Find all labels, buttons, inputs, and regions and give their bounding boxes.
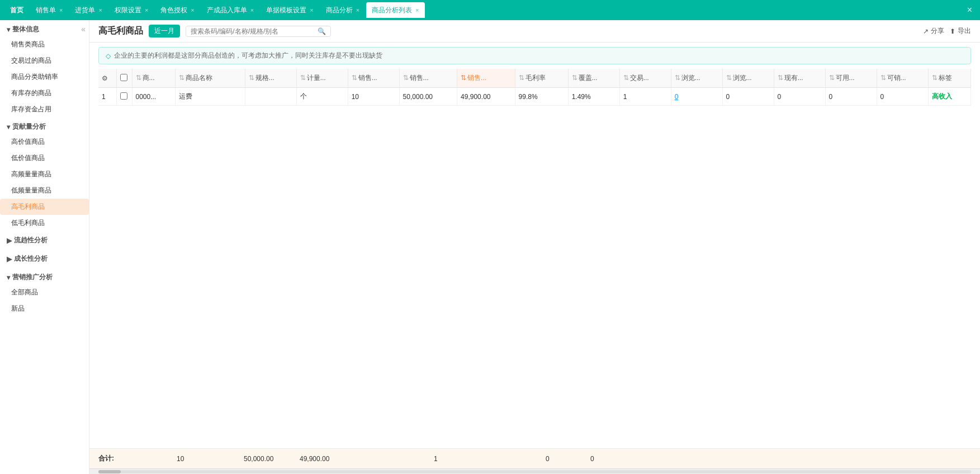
nav-tab-products[interactable]: 产成品入库单 × (201, 2, 259, 18)
sidebar-item-high-margin[interactable]: 高毛利商品 (0, 199, 89, 215)
purchase-tab-label: 进货单 (75, 6, 95, 15)
sidebar-item-high-freq[interactable]: 高频量量商品 (0, 166, 89, 182)
sidebar-item-new-goods[interactable]: 新品 (0, 301, 89, 317)
row-spec (245, 88, 296, 106)
row-stock-available: 0 (825, 88, 877, 106)
row-code: 0000... (132, 88, 175, 106)
scroll-track[interactable] (98, 470, 971, 473)
row-margin-rate: 99.8% (515, 88, 568, 106)
sidebar-item-all-goods[interactable]: 全部商品 (0, 284, 89, 301)
settings-icon[interactable]: ⚙ (102, 74, 108, 82)
col-browse1[interactable]: ⇅浏览... (671, 69, 722, 88)
sidebar-group-wealth[interactable]: ▾ 贡献量分析 (0, 118, 89, 134)
table-header-row: ⚙ ⇅商... ⇅商品名称 ⇅规格... ⇅计量... ⇅销售... ⇅销售..… (98, 69, 971, 88)
row-stock-sell: 0 (877, 88, 928, 106)
search-box[interactable]: 🔍 (186, 26, 331, 37)
export-label: 导出 (958, 26, 971, 36)
col-trade[interactable]: ⇅交易... (619, 69, 671, 88)
row-tag: 高收入 (928, 88, 970, 106)
close-analysislist-tab[interactable]: × (415, 7, 419, 13)
col-margin-rate[interactable]: ⇅毛利率 (515, 69, 568, 88)
footer-total: 合计: 10 50,000.00 49,900.00 1 0 0 (89, 448, 980, 468)
close-templates-tab[interactable]: × (310, 7, 313, 13)
close-analysis-tab[interactable]: × (356, 7, 359, 13)
nav-tab-permissions[interactable]: 权限设置 × (109, 2, 154, 18)
products-tab-label: 产成品入库单 (207, 6, 247, 15)
sidebar-item-low-value[interactable]: 低价值商品 (0, 150, 89, 166)
footer-trade: 1 (434, 455, 479, 463)
chevron-right-icon-flow: ▶ (7, 237, 12, 245)
row-name: 运费 (175, 88, 245, 106)
roles-tab-label: 角色授权 (160, 6, 187, 15)
nav-tab-purchase[interactable]: 进货单 × (69, 2, 107, 18)
close-permissions-tab[interactable]: × (145, 7, 148, 13)
col-browse2[interactable]: ⇅浏览... (722, 69, 774, 88)
sidebar-item-high-value[interactable]: 高价值商品 (0, 134, 89, 150)
col-sales-amount[interactable]: ⇅销售... (399, 69, 457, 88)
row-unit: 个 (296, 88, 348, 106)
sidebar-item-goods-assist[interactable]: 商品分类助销率 (0, 69, 89, 85)
nav-tab-sales[interactable]: 销售单 × (30, 2, 68, 18)
footer-total-label: 合计: (98, 454, 177, 463)
row-sales-qty: 10 (348, 88, 399, 106)
select-all-checkbox[interactable] (120, 74, 127, 81)
col-code[interactable]: ⇅商... (132, 69, 175, 88)
sidebar-group-overall[interactable]: ▾ 整体信息 (0, 20, 89, 36)
footer-stock-available: 0 (590, 455, 635, 463)
export-button[interactable]: ⬆ 导出 (950, 26, 971, 36)
nav-tab-templates[interactable]: 单据模板设置 × (261, 2, 319, 18)
search-input[interactable] (191, 27, 315, 35)
col-name[interactable]: ⇅商品名称 (175, 69, 245, 88)
nav-tab-home[interactable]: 首页 (4, 2, 29, 18)
sidebar-group-flow[interactable]: ▶ 流趋性分析 (0, 231, 89, 250)
row-browse1[interactable]: 0 (671, 88, 722, 106)
sidebar-item-traded-goods[interactable]: 交易过的商品 (0, 53, 89, 69)
col-checkbox[interactable] (116, 69, 132, 88)
close-sales-tab[interactable]: × (59, 7, 63, 13)
scroll-thumb[interactable] (98, 470, 121, 473)
nav-tab-analysislist[interactable]: 商品分析列表 × (366, 2, 424, 18)
footer-sales-profit: 49,900.00 (300, 455, 356, 463)
close-roles-tab[interactable]: × (191, 7, 194, 13)
horizontal-scrollbar[interactable] (89, 468, 980, 474)
close-all-tabs[interactable]: × (964, 5, 976, 15)
sidebar-group-growth[interactable]: ▶ 成长性分析 (0, 250, 89, 268)
footer-sales-amount: 50,000.00 (244, 455, 300, 463)
sidebar-item-stock-capital[interactable]: 库存资金占用 (0, 101, 89, 118)
sidebar-item-low-freq[interactable]: 低频量量商品 (0, 182, 89, 199)
col-tag[interactable]: ⇅标签 (928, 69, 970, 88)
close-products-tab[interactable]: × (250, 7, 254, 13)
sidebar-group-marketing[interactable]: ▾ 营销推广分析 (0, 268, 89, 284)
analysislist-tab-label: 商品分析列表 (372, 6, 412, 15)
sidebar-collapse-button[interactable]: « (81, 25, 86, 34)
page-title: 高毛利商品 (98, 25, 143, 37)
sidebar: « ▾ 整体信息 销售类商品 交易过的商品 商品分类助销率 有库存的商品 库存资… (0, 20, 89, 474)
sidebar-item-sales-goods[interactable]: 销售类商品 (0, 36, 89, 53)
share-icon: ↗ (923, 27, 929, 35)
col-spec[interactable]: ⇅规格... (245, 69, 296, 88)
col-coverage[interactable]: ⇅覆盖... (568, 69, 619, 88)
footer-sales-qty: 10 (177, 455, 244, 463)
row-checkbox[interactable] (116, 88, 132, 106)
search-icon[interactable]: 🔍 (318, 27, 326, 35)
chevron-down-icon-marketing: ▾ (7, 274, 10, 281)
col-stock-current[interactable]: ⇅现有... (774, 69, 825, 88)
filter-recent-month-button[interactable]: 近一月 (149, 25, 180, 37)
col-unit[interactable]: ⇅计量... (296, 69, 348, 88)
sidebar-item-stock-goods[interactable]: 有库存的商品 (0, 85, 89, 101)
col-stock-available[interactable]: ⇅可用... (825, 69, 877, 88)
col-sales-profit[interactable]: ⇅销售... (457, 69, 515, 88)
col-sales-qty[interactable]: ⇅销售... (348, 69, 399, 88)
share-button[interactable]: ↗ 分享 (923, 26, 944, 36)
hint-icon: ◇ (106, 52, 111, 60)
nav-tab-roles[interactable]: 角色授权 × (155, 2, 200, 18)
col-stock-sell[interactable]: ⇅可销... (877, 69, 928, 88)
col-settings[interactable]: ⚙ (98, 69, 116, 88)
nav-tab-analysis[interactable]: 商品分析 × (320, 2, 365, 18)
row-select-checkbox[interactable] (120, 92, 127, 100)
content-area: 高毛利商品 近一月 🔍 ↗ 分享 ⬆ 导出 ◇ 企业的主要的利润都是这部分商品创… (89, 20, 980, 474)
sidebar-item-low-margin[interactable]: 低毛利商品 (0, 215, 89, 231)
row-stock-current: 0 (774, 88, 825, 106)
close-purchase-tab[interactable]: × (98, 7, 102, 13)
share-label: 分享 (931, 26, 944, 36)
